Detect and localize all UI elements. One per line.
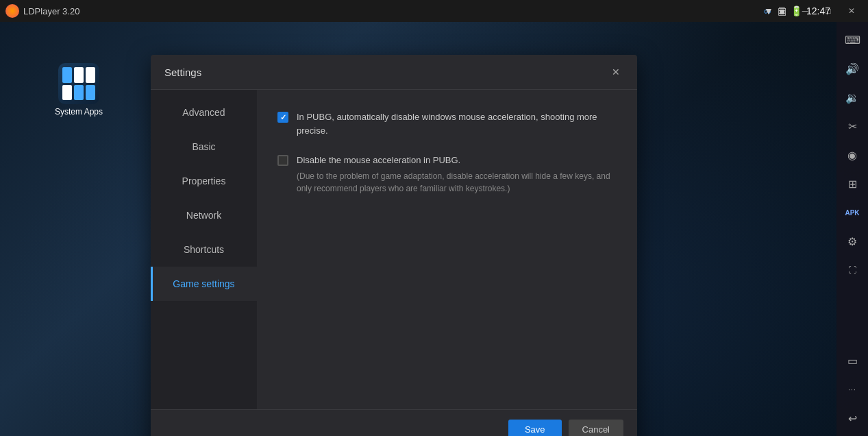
active-indicator: [151, 267, 153, 301]
icon-dot: [86, 67, 95, 83]
option1-text-container: In PUBG, automatically disable windows m…: [297, 110, 617, 137]
volume-down-icon[interactable]: 🔉: [840, 85, 865, 110]
back-icon[interactable]: ↩: [840, 406, 865, 431]
display-icon[interactable]: ▭: [840, 348, 865, 373]
dialog-body: Advanced Basic Properties Network Shortc…: [151, 90, 637, 409]
desktop: System Apps Settings ✕ Advanced Basic Pr…: [0, 22, 836, 436]
system-apps-label: System Apps: [55, 107, 103, 117]
nav-panel: Advanced Basic Properties Network Shortc…: [151, 90, 257, 409]
icon-dot: [62, 85, 72, 101]
scissors-icon[interactable]: ✂: [840, 114, 865, 138]
network-icon: ▣: [778, 5, 786, 16]
nav-item-game-settings[interactable]: Game settings: [151, 267, 257, 301]
system-tray: ▼ ▣ 🔋 12:47: [764, 0, 837, 22]
location-icon[interactable]: ◉: [840, 143, 865, 167]
cancel-button[interactable]: Cancel: [569, 420, 623, 436]
option2-text-container: Disable the mouse acceleration in PUBG. …: [297, 154, 617, 195]
right-sidebar: ⌨ 🔊 🔉 ✂ ◉ ⊞ APK ⚙ ⛶ ▭ ··· ↩: [836, 22, 868, 436]
nav-item-advanced[interactable]: Advanced: [151, 95, 257, 130]
option1-row: ✓ In PUBG, automatically disable windows…: [277, 110, 617, 137]
volume-up-icon[interactable]: 🔊: [840, 56, 865, 81]
nav-item-properties[interactable]: Properties: [151, 164, 257, 198]
option2-row: Disable the mouse acceleration in PUBG. …: [277, 154, 617, 195]
app-logo-icon: [5, 4, 19, 18]
option2-label: Disable the mouse acceleration in PUBG.: [297, 154, 617, 167]
save-button[interactable]: Save: [508, 420, 562, 436]
icon-dot: [74, 67, 84, 83]
settings-icon[interactable]: ⚙: [840, 229, 865, 254]
icon-dot: [62, 67, 72, 83]
nav-item-basic[interactable]: Basic: [151, 130, 257, 164]
icon-dot: [86, 85, 95, 101]
option2-checkbox[interactable]: [277, 155, 288, 166]
icon-dot: [74, 85, 84, 101]
dialog-header: Settings ✕: [151, 55, 637, 90]
dialog-title: Settings: [164, 66, 201, 78]
checkmark-icon: ✓: [280, 113, 286, 122]
apk-icon[interactable]: APK: [840, 200, 865, 225]
add-icon[interactable]: ⊞: [840, 171, 865, 196]
close-button[interactable]: ✕: [841, 1, 863, 21]
option1-checkbox[interactable]: ✓: [277, 112, 288, 123]
dialog-footer: Save Cancel: [151, 409, 637, 436]
system-apps-icon[interactable]: System Apps: [55, 63, 103, 117]
keyboard-icon[interactable]: ⌨: [840, 27, 865, 52]
content-panel: ✓ In PUBG, automatically disable windows…: [257, 90, 637, 409]
battery-icon: 🔋: [791, 5, 802, 16]
settings-dialog: Settings ✕ Advanced Basic Properties Net…: [151, 55, 637, 436]
more-icon[interactable]: ···: [840, 377, 865, 402]
nav-item-network[interactable]: Network: [151, 198, 257, 232]
nav-item-shortcuts[interactable]: Shortcuts: [151, 232, 257, 267]
system-apps-image: [58, 63, 99, 104]
app-title: LDPlayer 3.20: [23, 6, 760, 16]
dialog-close-button[interactable]: ✕: [608, 64, 623, 80]
option1-label: In PUBG, automatically disable windows m…: [297, 112, 597, 136]
fullscreen-icon[interactable]: ⛶: [840, 258, 865, 282]
wifi-icon: ▼: [764, 5, 773, 16]
option2-subtext: (Due to the problem of game adaptation, …: [297, 170, 617, 195]
titlebar: LDPlayer 3.20 ∞ ☰ ─ □ ✕: [0, 0, 868, 22]
system-time: 12:47: [806, 5, 830, 16]
